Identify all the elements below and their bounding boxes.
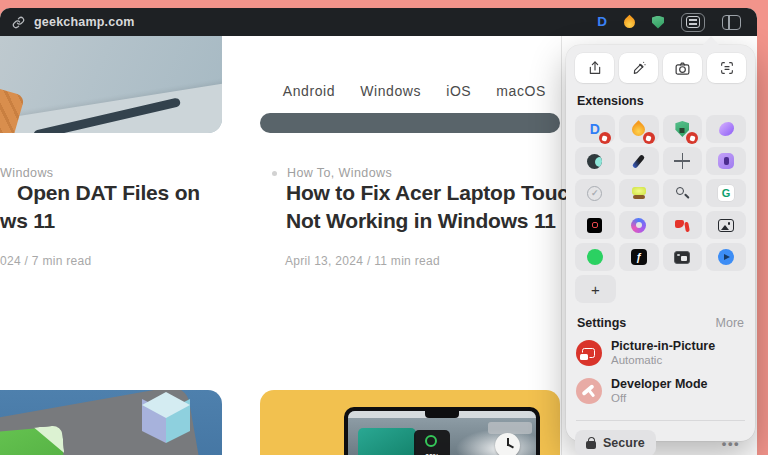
notch-shape: [425, 411, 459, 418]
blue-d-toolbar-icon[interactable]: D: [597, 15, 607, 29]
nav-link-ios[interactable]: iOS: [446, 83, 471, 99]
green-g-extension-icon: G: [718, 185, 734, 201]
article-category[interactable]: How To, Windows: [287, 166, 392, 180]
update-badge: [643, 132, 655, 144]
extensions-popup: Extensions D✓Gƒ + Settings More Picture-…: [566, 45, 755, 441]
pip-frame-extension-icon: [674, 251, 690, 264]
flame-toolbar-icon[interactable]: [622, 14, 638, 30]
extensions-list-icon: [686, 16, 700, 28]
article-meta: 024 / 7 min read: [0, 254, 92, 268]
nav-link-macos[interactable]: macOS: [496, 83, 546, 99]
article-thumbnail-3d-cubes[interactable]: [0, 390, 222, 455]
extension-tile-black-red-square-extension[interactable]: [575, 211, 615, 239]
article-thumbnail-dark-photo[interactable]: [260, 113, 560, 133]
popup-arrow: [702, 36, 720, 46]
laptop-surface-shape: [2, 76, 222, 133]
extension-tile-lamp-extension[interactable]: [619, 179, 659, 207]
cube-3d-shape: [140, 392, 194, 450]
page-edge-divider: [561, 36, 562, 455]
extension-tile-thumbs-down-extension[interactable]: [663, 211, 703, 239]
macbook-shape: 60%: [344, 407, 540, 455]
extension-tile-blue-d-extension[interactable]: D: [575, 115, 615, 143]
developer-mode-hammer-icon: [576, 378, 602, 404]
gradient-ring-extension-icon: [631, 218, 646, 233]
extension-tile-image-frame-extension[interactable]: [706, 211, 746, 239]
secure-connection-button[interactable]: Secure: [575, 430, 656, 455]
nav-link-android[interactable]: Android: [283, 83, 335, 99]
setting-developer-mode[interactable]: Developer Mode Off: [575, 372, 746, 410]
panel-shape: [488, 422, 532, 434]
update-badge: [686, 132, 698, 144]
purple-square-extension-icon: [718, 153, 734, 169]
lock-icon: [586, 441, 596, 449]
setting-value: Automatic: [611, 354, 715, 367]
image-frame-extension-icon: [718, 219, 734, 232]
weather-widget-shape: [358, 428, 416, 455]
more-options-ellipsis[interactable]: •••: [722, 436, 746, 451]
extension-tile-crosshair-extension[interactable]: [663, 147, 703, 175]
extension-tile-shield-extension[interactable]: [663, 115, 703, 143]
clock-widget-shape: [495, 433, 520, 455]
extensions-grid: D✓Gƒ: [575, 115, 746, 271]
link-icon: [12, 16, 25, 29]
picture-in-picture-icon: [576, 340, 602, 366]
extension-tile-green-dot-extension[interactable]: [575, 243, 615, 271]
black-red-square-extension-icon: [587, 218, 602, 233]
extension-tile-eyedropper-extension[interactable]: [619, 147, 659, 175]
macbook-screen: 60%: [348, 411, 536, 455]
crosshair-extension-icon: [674, 153, 690, 169]
setting-picture-in-picture[interactable]: Picture-in-Picture Automatic: [575, 334, 746, 372]
extension-tile-dark-globe-extension[interactable]: [575, 147, 615, 175]
article-title-line[interactable]: ws 11: [0, 209, 55, 233]
reader-scan-button[interactable]: [707, 53, 746, 83]
article-title-line[interactable]: Open DAT Files on: [17, 181, 200, 205]
nav-link-windows[interactable]: Windows: [360, 83, 421, 99]
fn-square-extension-icon: ƒ: [631, 249, 647, 265]
purple-petal-extension-icon: [719, 122, 734, 136]
browser-toolbar: geekchamp.com D: [0, 8, 757, 36]
shield-toolbar-icon[interactable]: [652, 16, 664, 29]
extension-tile-magnifier-extension[interactable]: [663, 179, 703, 207]
extension-tile-gradient-ring-extension[interactable]: [619, 211, 659, 239]
extension-tile-purple-square-extension[interactable]: [706, 147, 746, 175]
extensions-menu-button[interactable]: [681, 13, 705, 32]
highlighter-button[interactable]: [619, 53, 658, 83]
settings-section-header: Settings More: [577, 316, 744, 330]
extension-tile-purple-petal-extension[interactable]: [706, 115, 746, 143]
article-thumbnail-macbook[interactable]: 60%: [260, 390, 560, 455]
eyedropper-extension-icon: [632, 154, 645, 169]
extension-tile-pip-frame-extension[interactable]: [663, 243, 703, 271]
add-extension-button[interactable]: +: [575, 275, 616, 303]
article-thumbnail-desk-photo[interactable]: [0, 36, 222, 133]
dark-globe-extension-icon: [587, 154, 602, 169]
setting-label: Developer Mode: [611, 377, 708, 392]
extension-tile-green-g-extension[interactable]: G: [706, 179, 746, 207]
article-category[interactable]: Windows: [0, 166, 54, 180]
extension-tile-fn-square-extension[interactable]: ƒ: [619, 243, 659, 271]
url-text[interactable]: geekchamp.com: [34, 15, 135, 29]
extension-tile-flame-extension[interactable]: [619, 115, 659, 143]
extension-tile-blue-arrow-extension[interactable]: [706, 243, 746, 271]
settings-section-title: Settings: [577, 316, 626, 330]
extension-tile-check-circle-extension[interactable]: ✓: [575, 179, 615, 207]
thumbs-down-extension-icon: [674, 217, 690, 233]
article-meta: April 13, 2024 / 11 min read: [285, 254, 440, 268]
secure-label: Secure: [603, 436, 645, 450]
popup-divider: [576, 420, 745, 421]
update-badge: [599, 132, 611, 144]
check-circle-extension-icon: ✓: [587, 186, 602, 201]
green-sticker-shape: [0, 426, 67, 455]
battery-widget: 60%: [414, 430, 450, 455]
green-dot-extension-icon: [587, 249, 603, 265]
share-button[interactable]: [575, 53, 614, 83]
sidebar-toggle-icon[interactable]: [722, 15, 741, 30]
setting-value: Off: [611, 392, 708, 405]
category-bullet: [272, 171, 277, 176]
extensions-section-title: Extensions: [577, 94, 744, 108]
settings-more-link[interactable]: More: [716, 316, 744, 330]
lamp-extension-icon: [631, 186, 647, 200]
magnifier-extension-icon: [674, 185, 690, 201]
screenshot-camera-button[interactable]: [663, 53, 702, 83]
blue-arrow-extension-icon: [718, 249, 734, 265]
article-title-line[interactable]: Not Working in Windows 11: [286, 209, 556, 233]
